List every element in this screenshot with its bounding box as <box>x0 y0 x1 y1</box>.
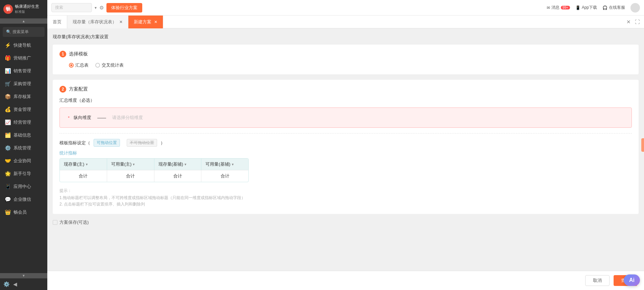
stats-col-3-label: 可用量(基辅) <box>205 161 230 167</box>
save-label: 方案保存(可选) <box>59 219 89 225</box>
save-checkbox[interactable] <box>53 220 57 225</box>
message-icon: ✉ <box>547 5 550 10</box>
sidebar-item-sales[interactable]: 📊 销售管理 <box>0 65 47 77</box>
stats-col-0-label: 现存量(主) <box>64 161 84 167</box>
sidebar-item-finance[interactable]: 💰 资金管理 <box>0 103 47 116</box>
right-edge-panel[interactable] <box>641 138 644 152</box>
topbar-right: ✉ 消息 99+ 📱 App下载 🎧 在线客服 <box>547 3 640 13</box>
sidebar: 畅 畅康通好生意 标准版 ▲ 🔍 搜索菜单 ⚡ 快捷导航 🎁 营销推广 📊 销售… <box>0 0 47 290</box>
messages-btn[interactable]: ✉ 消息 99+ <box>547 5 570 10</box>
topbar-dropdown-icon[interactable]: ▾ <box>95 5 97 10</box>
sidebar-scroll-up[interactable]: ▲ <box>0 19 47 24</box>
stats-table-body: 合计 合计 合计 合计 <box>60 170 248 182</box>
stats-col-1[interactable]: 可用量(主) ▾ <box>107 159 154 170</box>
tab-new-plan[interactable]: 新建方案 ✕ <box>128 16 163 28</box>
step1-label: 1 选择模板 <box>59 51 88 57</box>
inventory-icon: 📦 <box>5 94 11 100</box>
sidebar-item-label: 经营管理 <box>14 119 31 125</box>
topbar-search-text: 搜索 <box>55 5 63 10</box>
tab-close-all-btn[interactable]: ✕ <box>625 18 632 26</box>
tab-new-plan-close-icon[interactable]: ✕ <box>154 20 157 24</box>
sidebar-item-enterprise-collab[interactable]: 🤝 企业协同 <box>0 154 47 167</box>
section-divider <box>59 133 632 134</box>
collapse-icon[interactable]: ◀ <box>13 281 17 287</box>
tips-item-1: 2. 点击标题栏下拉可设置排序、插入列和删除列 <box>59 201 632 207</box>
sidebar-item-basic-info[interactable]: 🗂️ 基础信息 <box>0 129 47 142</box>
tabs-bar: 首页 现存量（库存状况表） ✕ 新建方案 ✕ ✕ ⛶ <box>47 16 644 28</box>
tab-home-label: 首页 <box>53 19 61 25</box>
field-name: 纵向维度 <box>74 115 91 121</box>
online-service-btn[interactable]: 🎧 在线客服 <box>602 5 625 10</box>
stats-col-3-chevron[interactable]: ▾ <box>232 162 234 167</box>
sidebar-item-wechat[interactable]: 💬 企业微信 <box>0 193 47 206</box>
stats-cell-0: 合计 <box>60 170 107 182</box>
dimension-field-row: * 纵向维度 —— 请选择分组维度 <box>68 115 623 121</box>
bottom-bar: 取消 查询 <box>47 271 644 290</box>
tips-item-1-text: 2. 点击标题栏下拉可设置排序、插入列和删除列 <box>59 202 145 207</box>
stats-col-2-chevron[interactable]: ▾ <box>184 162 187 167</box>
new-guide-icon: 🌟 <box>5 171 11 177</box>
field-dash: —— <box>97 115 106 120</box>
stats-col-2[interactable]: 现存量(基辅) ▾ <box>154 159 202 170</box>
radio-summary-label: 汇总表 <box>75 62 89 68</box>
sidebar-item-label: 采购管理 <box>14 81 31 87</box>
sidebar-item-label: 销售管理 <box>14 68 31 74</box>
sidebar-item-vip[interactable]: 👑 畅会员 <box>0 206 47 219</box>
dimension-title: 汇总维度（必选） <box>59 97 632 103</box>
stats-col-0[interactable]: 现存量(主) ▾ <box>60 159 107 170</box>
tab-inventory-status[interactable]: 现存量（库存状况表） ✕ <box>67 16 128 28</box>
sidebar-item-inventory[interactable]: 📦 库存核算 <box>0 90 47 103</box>
content-area: 现存量(库存状况表)方案设置 1 选择模板 汇总表 交叉统计表 <box>47 28 644 271</box>
dimension-error-box: * 纵向维度 —— 请选择分组维度 <box>59 107 632 128</box>
indicator-row: 模板指标设定（ 可拖动位置 不可拖动位置 ） <box>59 139 632 147</box>
app-download-btn[interactable]: 📱 App下载 <box>575 5 597 10</box>
settings-icon[interactable]: ⚙️ <box>3 281 10 287</box>
sidebar-item-quick-nav[interactable]: ⚡ 快捷导航 <box>0 39 47 52</box>
radio-summary[interactable]: 汇总表 <box>69 62 89 68</box>
sidebar-item-label: 畅会员 <box>14 209 27 215</box>
stats-col-1-chevron[interactable]: ▾ <box>133 162 135 167</box>
sidebar-item-purchase[interactable]: 🛒 采购管理 <box>0 77 47 90</box>
dimension-section: 汇总维度（必选） * 纵向维度 —— 请选择分组维度 <box>59 97 632 128</box>
topbar-search-box[interactable]: 搜索 <box>51 3 92 12</box>
cancel-button[interactable]: 取消 <box>585 275 610 286</box>
ai-float-btn[interactable]: Ai <box>624 274 640 286</box>
trial-btn[interactable]: 体验行业方案 <box>106 3 142 13</box>
stats-table-header: 现存量(主) ▾ 可用量(主) ▾ 现存量(基辅) ▾ 可用量(基辅) <box>60 159 248 170</box>
sidebar-item-label: 基础信息 <box>14 132 31 138</box>
tab-home[interactable]: 首页 <box>47 16 67 28</box>
sidebar-search[interactable]: 🔍 搜索菜单 <box>3 27 45 37</box>
purchase-icon: 🛒 <box>5 81 11 87</box>
tips-title: 提示： <box>59 188 632 194</box>
sidebar-scroll-down[interactable]: ▼ <box>0 273 47 278</box>
topbar-gear-icon[interactable]: ⚙ <box>99 5 104 11</box>
indicator-title: 模板指标设定（ <box>59 140 90 146</box>
stats-col-0-chevron[interactable]: ▾ <box>86 162 88 167</box>
sidebar-item-system[interactable]: ⚙️ 系统管理 <box>0 142 47 154</box>
indicator-tag-not-draggable: 不可拖动位置 <box>127 139 157 147</box>
step2-card: 2 方案配置 汇总维度（必选） * 纵向维度 —— 请选择分组维度 <box>53 80 639 214</box>
sidebar-item-app-center[interactable]: 📱 应用中心 <box>0 180 47 193</box>
stats-col-3[interactable]: 可用量(基辅) ▾ <box>201 159 248 170</box>
sidebar-item-marketing[interactable]: 🎁 营销推广 <box>0 52 47 65</box>
messages-label: 消息 <box>551 5 560 10</box>
stats-col-2-label: 现存量(基辅) <box>158 161 183 167</box>
sidebar-item-label: 资金管理 <box>14 106 31 113</box>
app-center-icon: 📱 <box>5 184 11 190</box>
stats-col-1-label: 可用量(主) <box>111 161 132 167</box>
tab-expand-btn[interactable]: ⛶ <box>634 18 641 26</box>
radio-crosstab[interactable]: 交叉统计表 <box>95 62 124 68</box>
tab-inventory-close-icon[interactable]: ✕ <box>119 20 123 24</box>
sidebar-item-operations[interactable]: 📈 经营管理 <box>0 116 47 129</box>
step2-title: 方案配置 <box>69 86 88 92</box>
step1-title: 选择模板 <box>69 51 88 57</box>
user-avatar[interactable] <box>630 3 640 13</box>
finance-icon: 💰 <box>5 106 11 113</box>
template-radio-group: 汇总表 交叉统计表 <box>69 62 632 68</box>
main-area: 搜索 ▾ ⚙ 体验行业方案 ✉ 消息 99+ 📱 App下载 🎧 在线客服 <box>47 0 644 290</box>
sidebar-item-new-guide[interactable]: 🌟 新手引导 <box>0 167 47 180</box>
step1-number: 1 <box>59 51 66 57</box>
app-logo-icon: 畅 <box>3 4 13 14</box>
dimension-dropdown[interactable]: 请选择分组维度 <box>112 115 143 121</box>
sidebar-bottom: ⚙️ ◀ <box>0 278 47 290</box>
